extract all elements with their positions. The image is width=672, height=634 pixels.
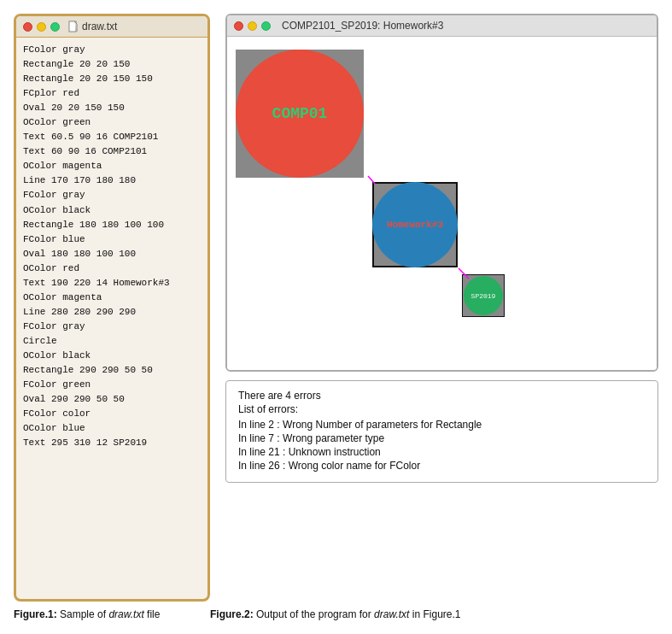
canvas-tl-green[interactable] (261, 21, 271, 31)
code-line-23: Rectangle 290 290 50 50 (23, 363, 201, 378)
code-line-14: FColor blue (23, 232, 201, 247)
txt-body: FColor gray Rectangle 20 20 150 Rectangl… (16, 38, 207, 455)
error-item-3: In line 21 : Unknown instruction (238, 446, 646, 458)
caption-right-text1: Output of the program for (256, 608, 374, 620)
canvas-tl-yellow[interactable] (248, 21, 257, 31)
left-panel: draw.txt FColor gray Rectangle 20 20 150… (14, 14, 210, 602)
code-line-13: Rectangle 180 180 100 100 (23, 218, 201, 232)
code-line-3: Rectangle 20 20 150 150 (23, 72, 201, 86)
code-line-1: FColor gray (23, 43, 201, 57)
txt-window-title: draw.txt (68, 21, 117, 32)
error-panel: There are 4 errors List of errors: In li… (225, 380, 658, 483)
code-line-24: FColor green (23, 378, 201, 392)
code-line-4: FCplor red (23, 86, 201, 101)
code-line-10: Line 170 170 180 180 (23, 173, 201, 188)
canvas-titlebar: COMP2101_SP2019: Homework#3 (227, 15, 657, 37)
code-line-11: FColor gray (23, 188, 201, 203)
txt-titlebar: draw.txt (16, 16, 207, 38)
caption-left-figure: Figure.1: (14, 608, 57, 620)
code-line-8: Text 60 90 16 COMP2101 (23, 144, 201, 159)
caption-right-italic: draw.txt (374, 608, 409, 620)
caption-left-text2: file (147, 608, 160, 620)
code-line-28: Text 295 310 12 SP2019 (23, 436, 201, 450)
code-line-22: OColor black (23, 349, 201, 363)
caption-right-figure: Figure.2: (210, 608, 254, 620)
error-summary: There are 4 errors (238, 390, 646, 402)
txt-window: draw.txt FColor gray Rectangle 20 20 150… (14, 14, 210, 602)
captions-row: Figure.1: Sample of draw.txt file Figure… (14, 608, 658, 620)
code-line-12: OColor black (23, 203, 201, 218)
oval1-text: COMP01 (272, 105, 328, 122)
blue-oval-2: Homework#3 (372, 182, 458, 267)
caption-left: Figure.1: Sample of draw.txt file (14, 608, 210, 620)
file-icon (68, 21, 79, 32)
canvas-tl-red[interactable] (234, 21, 243, 31)
error-list-header: List of errors: (238, 403, 646, 415)
oval2-text: Homework#3 (387, 220, 443, 230)
traffic-light-yellow[interactable] (37, 22, 46, 32)
code-line-2: Rectangle 20 20 150 (23, 57, 201, 72)
code-line-20: FColor gray (23, 320, 201, 334)
code-line-7: Text 60.5 90 16 COMP2101 (23, 130, 201, 144)
code-line-17: Text 190 220 14 Homework#3 (23, 276, 201, 291)
code-line-6: OColor green (23, 115, 201, 130)
canvas-body: COMP01 Homework#3 SP2019 (227, 37, 657, 370)
traffic-light-red[interactable] (23, 22, 32, 32)
oval3-text: SP2019 (471, 292, 496, 300)
code-line-18: OColor magenta (23, 291, 201, 305)
code-line-15: Oval 180 180 100 100 (23, 247, 201, 261)
canvas-title-text: COMP2101_SP2019: Homework#3 (282, 20, 443, 32)
caption-right: Figure.2: Output of the program for draw… (210, 608, 658, 620)
error-item-4: In line 26 : Wrong color name for FColor (238, 460, 646, 472)
caption-right-text2: in Figure.1 (412, 608, 461, 620)
code-line-9: OColor magenta (23, 159, 201, 173)
txt-title-text: draw.txt (82, 21, 117, 32)
canvas-window: COMP2101_SP2019: Homework#3 COMP01 Homew… (225, 14, 658, 372)
green-oval-3: SP2019 (464, 276, 503, 315)
error-list: In line 2 : Wrong Number of parameters f… (238, 419, 646, 472)
caption-left-italic: draw.txt (108, 608, 143, 620)
code-line-5: Oval 20 20 150 150 (23, 101, 201, 115)
code-line-27: OColor blue (23, 421, 201, 436)
caption-left-text1: Sample of (60, 608, 108, 620)
red-oval-1: COMP01 (236, 50, 364, 178)
right-panel: COMP2101_SP2019: Homework#3 COMP01 Homew… (225, 14, 658, 602)
error-item-1: In line 2 : Wrong Number of parameters f… (238, 419, 646, 431)
error-item-2: In line 7 : Wrong parameter type (238, 432, 646, 444)
code-line-21: Circle (23, 334, 201, 349)
code-line-19: Line 280 280 290 290 (23, 305, 201, 320)
code-line-25: Oval 290 290 50 50 (23, 392, 201, 407)
code-line-16: OColor red (23, 261, 201, 276)
traffic-light-green[interactable] (50, 22, 60, 32)
code-line-26: FColor color (23, 407, 201, 421)
